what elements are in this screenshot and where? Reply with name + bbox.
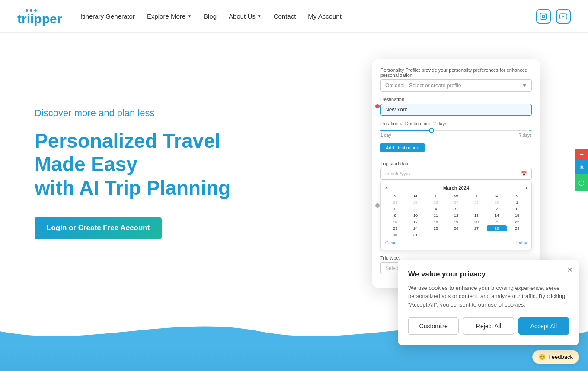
cal-day[interactable]: 20: [467, 219, 486, 225]
cal-day[interactable]: 5: [446, 206, 466, 212]
cookie-close-button[interactable]: ×: [567, 265, 572, 275]
cal-day[interactable]: 3: [406, 206, 425, 212]
svg-text:triipper: triipper: [17, 12, 62, 26]
cal-day[interactable]: 19: [446, 219, 466, 225]
slider-fill: [380, 130, 431, 131]
cal-day[interactable]: 9: [385, 212, 405, 219]
nav-about-us[interactable]: About Us ▼: [229, 13, 262, 20]
nav-blog[interactable]: Blog: [204, 13, 217, 20]
cal-day[interactable]: 27: [467, 225, 486, 231]
blue-section: Unlock the World with triip Click on the…: [0, 349, 588, 371]
hero-title: Personalized Travel Made Easy with AI Tr…: [35, 129, 259, 200]
side-panel-btn-1[interactable]: t: [575, 149, 588, 160]
cal-day[interactable]: 24: [406, 225, 425, 231]
nav-my-account[interactable]: My Account: [308, 13, 342, 20]
app-screenshot-container: Personality Profile: provide your person…: [372, 59, 553, 288]
right-side-panel: t el ◯: [575, 149, 588, 191]
accept-all-button[interactable]: Accept All: [518, 317, 569, 335]
cal-day[interactable]: 16: [385, 219, 405, 225]
cal-day[interactable]: 17: [406, 219, 425, 225]
cal-day[interactable]: 8: [507, 206, 527, 212]
calendar-month: March 2024: [443, 185, 469, 190]
cal-day[interactable]: 6: [467, 206, 486, 212]
side-panel-btn-3[interactable]: ◯: [575, 174, 588, 191]
about-chevron-icon: ▼: [257, 14, 262, 19]
cal-day[interactable]: 11: [426, 212, 446, 219]
navbar-social: [536, 9, 571, 24]
calendar-popup: ‹ March 2024 › S M T W T F S 24 2: [380, 181, 532, 250]
cal-day[interactable]: 29: [507, 225, 527, 231]
cal-day[interactable]: 24: [385, 200, 405, 206]
cal-day[interactable]: 4: [426, 206, 446, 212]
cal-day[interactable]: 12: [446, 212, 466, 219]
cal-day[interactable]: 21: [487, 219, 507, 225]
add-destination-container: Add Destination: [380, 143, 532, 157]
feedback-bottom-label: Feedback: [548, 354, 573, 360]
date-input[interactable]: mm/dd/yyyy 📅: [380, 168, 532, 180]
calendar-header: ‹ March 2024 ›: [385, 185, 527, 190]
destination-label: Destination:: [380, 97, 532, 102]
cal-clear-btn[interactable]: Clear: [385, 241, 396, 245]
hero-title-line1: Personalized Travel Made Easy: [35, 130, 220, 175]
calendar-icon: 📅: [521, 171, 527, 177]
cal-day[interactable]: 14: [487, 212, 507, 219]
cal-header-fri: F: [487, 193, 507, 199]
add-destination-btn[interactable]: Add Destination: [380, 143, 425, 152]
cal-day[interactable]: 22: [507, 219, 527, 225]
slider-plus-icon[interactable]: +: [529, 128, 532, 133]
cal-day[interactable]: 31: [406, 232, 425, 238]
cal-header-mon: M: [406, 193, 425, 199]
cal-header-sat: S: [507, 193, 527, 199]
cal-day[interactable]: 30: [385, 232, 405, 238]
logo[interactable]: triipper: [17, 7, 65, 26]
svg-marker-7: [562, 15, 564, 17]
cal-day[interactable]: 23: [385, 225, 405, 231]
cal-header-thu: T: [467, 193, 486, 199]
required-dot-red: [375, 104, 380, 108]
cal-day[interactable]: 28: [467, 200, 486, 206]
cal-today-btn[interactable]: Today: [515, 241, 527, 245]
destination-input[interactable]: [380, 104, 532, 116]
customize-button[interactable]: Customize: [408, 317, 459, 335]
duration-slider[interactable]: [380, 130, 527, 131]
trip-start-label: Trip start date:: [380, 161, 532, 166]
personality-select[interactable]: Optional - Select or create profile ▼: [380, 79, 532, 92]
cal-day[interactable]: 27: [446, 200, 466, 206]
nav-explore-more[interactable]: Explore More ▼: [147, 13, 192, 20]
feedback-bottom-btn[interactable]: 😊 Feedback: [532, 350, 579, 364]
cal-day[interactable]: 25: [426, 225, 446, 231]
slider-labels: 1 day 7 days: [380, 133, 532, 138]
cal-next-icon[interactable]: ›: [525, 185, 527, 190]
reject-all-button[interactable]: Reject All: [463, 317, 514, 335]
cal-header-wed: W: [446, 193, 466, 199]
cal-day[interactable]: 1: [507, 200, 527, 206]
cal-day[interactable]: 25: [406, 200, 425, 206]
cal-prev-icon[interactable]: ‹: [385, 185, 387, 190]
destination-field: Destination:: [380, 97, 532, 116]
cal-day[interactable]: 29: [487, 200, 507, 206]
navbar-left: triipper Itinerary Generator Explore Mor…: [17, 7, 342, 26]
cal-day[interactable]: 2: [385, 206, 405, 212]
cal-day[interactable]: 26: [426, 200, 446, 206]
nav-contact[interactable]: Contact: [274, 13, 296, 20]
select-chevron-icon: ▼: [522, 82, 527, 89]
instagram-icon[interactable]: [536, 9, 551, 24]
cal-day[interactable]: 26: [446, 225, 466, 231]
svg-rect-4: [540, 13, 547, 19]
cal-day[interactable]: 15: [507, 212, 527, 219]
explore-chevron-icon: ▼: [187, 14, 192, 19]
calendar-footer: Clear Today: [385, 241, 527, 245]
cal-day[interactable]: 13: [467, 212, 486, 219]
slider-thumb[interactable]: [429, 128, 434, 133]
cal-day-today[interactable]: 28: [487, 225, 507, 231]
cal-day[interactable]: 7: [487, 206, 507, 212]
cookie-text: We use cookies to enhance your browsing …: [408, 284, 569, 309]
cookie-title: We value your privacy: [408, 270, 569, 279]
cal-day[interactable]: 18: [426, 219, 446, 225]
youtube-icon[interactable]: [556, 9, 571, 24]
side-panel-btn-2[interactable]: el: [575, 160, 588, 174]
cal-day[interactable]: 10: [406, 212, 425, 219]
cta-button[interactable]: Login or Create Free Account: [35, 217, 162, 239]
hero-title-line2: with AI Trip Planning: [35, 177, 230, 199]
nav-itinerary-generator[interactable]: Itinerary Generator: [80, 13, 135, 20]
